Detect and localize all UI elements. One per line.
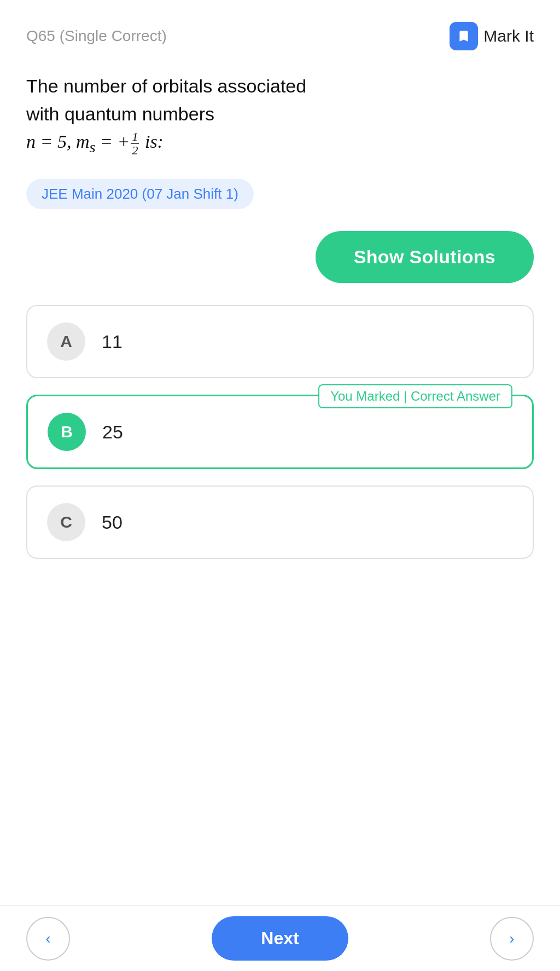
option-a-card[interactable]: A 11: [26, 305, 534, 378]
option-a-badge: A: [47, 322, 85, 361]
question-line2: with quantum numbers: [26, 103, 214, 124]
options-container: A 11 You Marked | Correct Answer B 25 C …: [0, 288, 560, 559]
bookmark-icon: [450, 22, 478, 50]
mark-it-label: Mark It: [483, 27, 534, 45]
question-line1: The number of orbitals associated: [26, 76, 306, 96]
option-b-card[interactable]: You Marked | Correct Answer B 25: [26, 395, 534, 469]
page-container: Q65 (Single Correct) Mark It The number …: [0, 0, 560, 971]
next-arrow-button[interactable]: ›: [490, 917, 534, 961]
fraction-numerator: 1: [131, 130, 139, 144]
option-c-card[interactable]: C 50: [26, 486, 534, 559]
show-solutions-button[interactable]: Show Solutions: [316, 231, 534, 283]
question-label: Q65 (Single Correct): [26, 27, 167, 45]
bottom-nav: ‹ Next ›: [0, 905, 560, 971]
fraction-denominator: 2: [131, 144, 139, 157]
option-b-badge: B: [48, 413, 86, 451]
mark-it-button[interactable]: Mark It: [450, 22, 534, 50]
next-icon: ›: [509, 930, 514, 947]
bookmark-svg: [457, 29, 471, 43]
prev-button[interactable]: ‹: [26, 917, 70, 961]
option-c-badge: C: [47, 503, 85, 541]
question-body: The number of orbitals associated with q…: [0, 61, 560, 163]
prev-icon: ‹: [45, 930, 50, 947]
option-b-letter: B: [61, 423, 73, 441]
bottom-spacer: [0, 559, 560, 630]
option-b-value: 25: [102, 421, 123, 443]
option-c-letter: C: [60, 513, 72, 531]
question-text: The number of orbitals associated with q…: [26, 72, 534, 128]
math-n: n = 5, ms = +: [26, 131, 130, 152]
math-suffix: is:: [140, 131, 164, 152]
fraction: 12: [131, 130, 139, 157]
option-c-value: 50: [102, 512, 122, 533]
tag-badge: JEE Main 2020 (07 Jan Shift 1): [26, 179, 254, 209]
next-button[interactable]: Next: [212, 916, 348, 961]
answer-tag: You Marked | Correct Answer: [318, 384, 512, 408]
option-a-letter: A: [60, 332, 72, 351]
tag-row: JEE Main 2020 (07 Jan Shift 1): [0, 163, 560, 215]
header: Q65 (Single Correct) Mark It: [0, 0, 560, 61]
question-math: n = 5, ms = +12 is:: [26, 130, 534, 157]
option-a-value: 11: [102, 331, 122, 352]
show-solutions-row: Show Solutions: [0, 215, 560, 288]
